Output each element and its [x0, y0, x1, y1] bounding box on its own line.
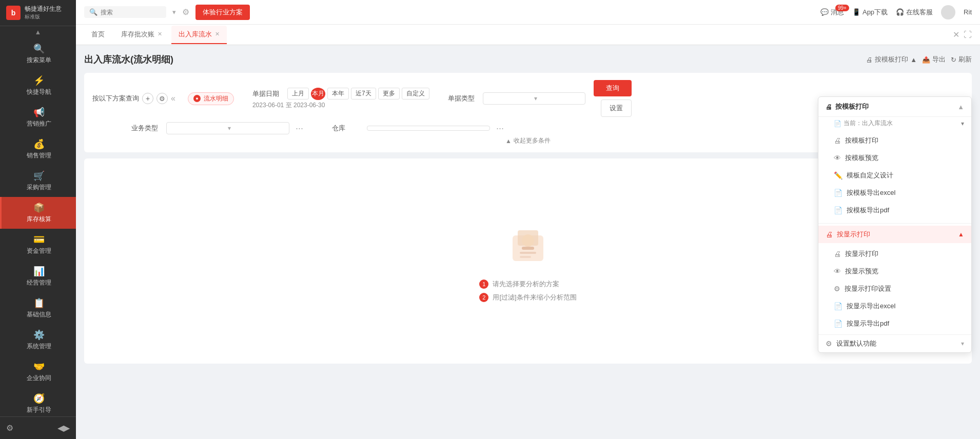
sidebar-settings-icon[interactable]: ⚙: [6, 423, 13, 433]
system-icon: ⚙️: [33, 329, 45, 341]
warehouse-select[interactable]: [367, 126, 490, 131]
filter-settings-btn[interactable]: ⚙: [156, 93, 168, 104]
dropdown-display-excel[interactable]: 📄 按显示导出excel: [818, 297, 971, 315]
search-input[interactable]: [101, 9, 152, 16]
date-current-year[interactable]: 本年: [327, 88, 349, 99]
filter-actions: 按以下方案查询 + ⚙ «: [92, 93, 175, 104]
sidebar-item-inventory[interactable]: 📦 库存核算: [0, 197, 76, 229]
app-logo: b 畅捷通好生意 标准版: [0, 0, 76, 26]
template-pdf-icon: 📄: [834, 206, 842, 214]
doc-type-select[interactable]: ▾: [483, 92, 585, 105]
app-download-icon: 📱: [852, 8, 860, 16]
topbar-gear-icon[interactable]: ⚙: [182, 7, 189, 17]
business-type-more-icon[interactable]: ···: [296, 123, 303, 134]
sidebar-collapse-icon[interactable]: ◀▶: [57, 423, 70, 433]
search-box[interactable]: 🔍: [84, 6, 166, 18]
tab-maximize-icon[interactable]: ⛶: [964, 30, 972, 39]
tab-inventory-batch-close[interactable]: ✕: [158, 31, 162, 37]
dropdown-display-section-header[interactable]: 🖨 按显示打印 ▲: [818, 226, 971, 243]
marketing-icon: 📢: [33, 107, 45, 118]
date-7days[interactable]: 近7天: [351, 88, 376, 99]
dropdown-template-design[interactable]: ✏️ 模板自定义设计: [818, 167, 971, 184]
sidebar-item-operations[interactable]: 📊 经营管理: [0, 261, 76, 292]
template-print-btn[interactable]: 🖨 按模板打印 ▲: [866, 55, 917, 64]
industry-btn[interactable]: 体验行业方案: [195, 5, 250, 20]
app-download-btn[interactable]: 📱 App下载: [852, 8, 888, 17]
dropdown-template-excel[interactable]: 📄 按模板导出excel: [818, 184, 971, 202]
tab-inventory-batch[interactable]: 库存批次账 ✕: [114, 26, 169, 44]
right-action-area: 查询 设置: [594, 80, 632, 117]
dropdown-divider: [818, 223, 971, 224]
doc-type-filter: 单据类型 ▾: [448, 92, 585, 105]
display-pdf-icon: 📄: [834, 320, 842, 328]
collab-icon: 🤝: [33, 361, 45, 372]
operations-icon: 📊: [33, 266, 45, 277]
search-chevron-icon[interactable]: ▾: [172, 8, 176, 16]
main-area: 🔍 ▾ ⚙ 体验行业方案 💬 消息 99+ 📱 App下载 🎧 在线客服: [76, 0, 980, 439]
sidebar-item-sales[interactable]: 💰 销售管理: [0, 133, 76, 165]
username[interactable]: Rit: [964, 8, 972, 16]
svg-rect-4: [520, 252, 536, 254]
dropdown-display-preview[interactable]: 👁 按显示预览: [818, 263, 971, 280]
online-service-btn[interactable]: 🎧 在线客服: [896, 8, 933, 17]
date-more[interactable]: 更多: [378, 88, 400, 99]
refresh-btn[interactable]: ↻ 刷新: [951, 55, 972, 64]
sidebar-bottom: ⚙ ◀▶: [0, 416, 76, 439]
export-btn[interactable]: 📤 导出: [922, 55, 946, 64]
sidebar-scroll-up[interactable]: ▲: [0, 26, 76, 38]
topbar: 🔍 ▾ ⚙ 体验行业方案 💬 消息 99+ 📱 App下载 🎧 在线客服: [76, 0, 980, 25]
dropdown-footer[interactable]: ⚙ 设置默认功能 ▾: [818, 334, 971, 352]
tab-home-label: 首页: [91, 30, 105, 39]
template-print-icon: 🖨: [834, 136, 841, 145]
display-section-arrow: ▲: [958, 231, 964, 238]
sidebar-item-collab[interactable]: 🤝 企业协同: [0, 356, 76, 388]
dropdown-display-settings[interactable]: ⚙ 按显示打印设置: [818, 280, 971, 297]
finance-icon: 💳: [33, 234, 45, 245]
date-current-month[interactable]: 本月: [311, 88, 325, 100]
sidebar-item-marketing[interactable]: 📢 营销推广: [0, 102, 76, 133]
filter-collapse-icon[interactable]: «: [171, 94, 175, 103]
sidebar-item-finance[interactable]: 💳 资金管理: [0, 229, 76, 261]
filter-tag[interactable]: ● 流水明细: [188, 92, 234, 105]
search-icon: 🔍: [33, 43, 45, 54]
business-type-select[interactable]: ▾: [166, 122, 289, 134]
tab-home[interactable]: 首页: [84, 26, 112, 44]
dropdown-template-preview[interactable]: 👁 按模板预览: [818, 149, 971, 167]
search-label: 搜索菜单: [27, 56, 51, 65]
avatar[interactable]: [941, 5, 955, 19]
dropdown-template-pdf[interactable]: 📄 按模板导出pdf: [818, 202, 971, 219]
dropdown-collapse-icon[interactable]: ▲: [957, 103, 964, 111]
query-btn[interactable]: 查询: [594, 80, 632, 96]
date-btns: 上月 本月 本年 近7天 更多 自定义: [287, 88, 429, 100]
sidebar-item-basics[interactable]: 📋 基础信息: [0, 292, 76, 324]
tab-warehouse-flow[interactable]: 出入库流水 ✕: [171, 26, 227, 44]
display-print-icon: 🖨: [834, 250, 841, 258]
sidebar-item-purchase[interactable]: 🛒 采购管理: [0, 165, 76, 197]
print-chevron-icon: ▲: [910, 56, 917, 64]
message-btn[interactable]: 💬 消息 99+: [820, 8, 844, 17]
date-prev-month[interactable]: 上月: [287, 88, 309, 99]
tip-num-2: 2: [479, 293, 488, 302]
purchase-label: 采购管理: [27, 183, 51, 192]
sidebar-item-quicknav[interactable]: ⚡ 快捷导航: [0, 70, 76, 102]
sidebar-item-guide[interactable]: 🧭 新手引导: [0, 388, 76, 416]
purchase-icon: 🛒: [33, 170, 45, 182]
dropdown-display-print[interactable]: 🖨 按显示打印: [818, 245, 971, 263]
dropdown-current-arrow: ▾: [961, 120, 964, 127]
warehouse-more-icon[interactable]: ···: [496, 123, 504, 134]
date-filter: 单据日期 上月 本月 本年 近7天 更多 自定义 2023-06-01 至 20…: [252, 88, 429, 110]
quicknav-icon: ⚡: [33, 75, 45, 86]
settings-btn[interactable]: 设置: [601, 99, 632, 117]
date-label: 单据日期: [252, 89, 283, 98]
tab-close-all-icon[interactable]: ✕: [953, 30, 959, 39]
date-custom[interactable]: 自定义: [402, 88, 429, 99]
dropdown-template-section: 🖨 按模板打印 👁 按模板预览 ✏️ 模板自定义设计 📄 按模板导出excel: [818, 130, 971, 221]
page-title-bar: 出入库流水(流水明细) 🖨 按模板打印 ▲ 📤 导出 ↻ 刷新: [84, 53, 972, 66]
sidebar-item-system[interactable]: ⚙️ 系统管理: [0, 324, 76, 356]
dropdown-display-pdf[interactable]: 📄 按显示导出pdf: [818, 315, 971, 332]
tab-warehouse-flow-close[interactable]: ✕: [215, 31, 220, 37]
sidebar-item-search[interactable]: 🔍 搜索菜单: [0, 38, 76, 70]
filter-add-btn[interactable]: +: [142, 93, 153, 104]
dropdown-template-print[interactable]: 🖨 按模板打印: [818, 132, 971, 149]
guide-icon: 🧭: [33, 393, 45, 404]
